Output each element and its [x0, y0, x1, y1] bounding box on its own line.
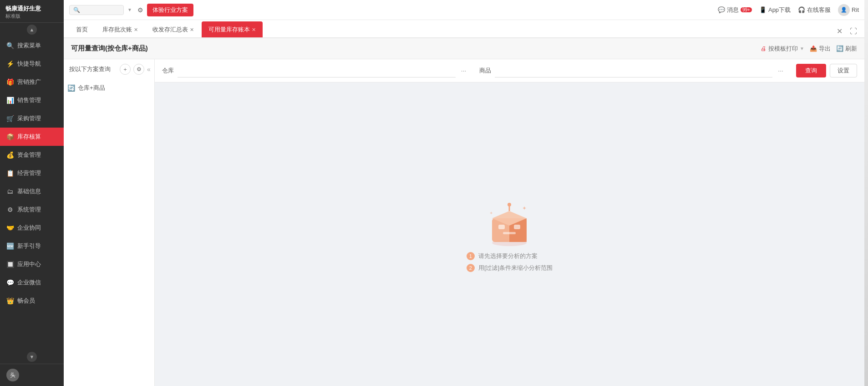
- filter-buttons: 查询 设置: [796, 64, 857, 77]
- search-icon: 🔍: [73, 7, 80, 13]
- tab-available-ledger[interactable]: 可用量库存账本 ✕: [202, 21, 263, 37]
- warehouse-label: 仓库: [162, 67, 174, 75]
- app-download-label: App下载: [768, 6, 791, 14]
- right-scrollbar[interactable]: [864, 0, 868, 386]
- sidebar-item-apps[interactable]: 🔲 应用中心: [0, 255, 64, 273]
- topbar: 🔍 ▼ ⚙ 体验行业方案 💬 消息 99+ 📱 App下载 🎧 在线客服: [64, 0, 864, 20]
- refresh-button[interactable]: 🔄 刷新: [836, 45, 857, 53]
- product-input[interactable]: [495, 64, 773, 77]
- export-label: 导出: [819, 45, 831, 53]
- query-button[interactable]: 查询: [796, 64, 826, 77]
- svg-rect-4: [498, 225, 505, 229]
- product-more-btn[interactable]: ···: [776, 67, 785, 74]
- expand-tab-button[interactable]: ⛶: [848, 26, 859, 37]
- sidebar: 畅康通好生意 标准版 ▲ 🔍 搜索菜单 ⚡ 快捷导航 🎁 营销推广 📊 销售管理: [0, 0, 64, 386]
- scroll-up-btn[interactable]: ▲: [27, 25, 37, 35]
- message-button[interactable]: 💬 消息 99+: [718, 6, 752, 14]
- tab-batch-ledger[interactable]: 库存批次账 ✕: [96, 21, 145, 37]
- sidebar-item-label: 畅会员: [17, 297, 35, 305]
- hint-num-2: 2: [467, 264, 475, 272]
- add-scheme-button[interactable]: ＋: [120, 64, 131, 75]
- sidebar-item-cooperation[interactable]: 🤝 企业协同: [0, 219, 64, 237]
- purchase-icon: 🛒: [6, 115, 14, 122]
- warehouse-input[interactable]: [178, 64, 456, 77]
- print-dropdown-icon[interactable]: ▼: [800, 46, 804, 51]
- export-button[interactable]: 📤 导出: [810, 45, 831, 53]
- hint-text-1: 请先选择要分析的方案: [478, 252, 538, 260]
- warehouse-more-btn[interactable]: ···: [459, 67, 468, 74]
- scheme-icon: 🔄: [67, 84, 75, 92]
- sidebar-item-label: 快捷导航: [17, 60, 41, 68]
- filter-fields-bar: 仓库 ··· 商品 ··· 查询 设置: [155, 59, 864, 82]
- content-area: ✦ ✦ 1 请先选择要分析的方案 2 用[过滤]条件来缩小分析范围: [155, 82, 864, 386]
- sidebar-scroll-up[interactable]: ▲: [0, 23, 64, 36]
- warehouse-filter-field: 仓库 ···: [162, 64, 468, 77]
- mobile-icon: 📱: [759, 6, 766, 13]
- message-badge: 99+: [741, 7, 752, 12]
- sidebar-item-quick-nav[interactable]: ⚡ 快捷导航: [0, 55, 64, 73]
- empty-state: ✦ ✦ 1 请先选择要分析的方案 2 用[过滤]条件来缩小分析范围: [467, 196, 553, 272]
- sidebar-item-label: 搜索菜单: [17, 41, 41, 50]
- sidebar-item-label: 销售管理: [17, 96, 41, 104]
- tab-receipt-summary-close[interactable]: ✕: [190, 27, 194, 33]
- tab-available-ledger-close[interactable]: ✕: [252, 27, 256, 33]
- user-name-display[interactable]: 👤 Rit: [838, 4, 859, 16]
- tabbar: 首页 库存批次账 ✕ 收发存汇总表 ✕ 可用量库存账本 ✕ ✕ ⛶: [64, 20, 864, 38]
- headset-icon: 🎧: [798, 6, 805, 13]
- tab-home[interactable]: 首页: [69, 21, 95, 37]
- sidebar-item-label: 企业协同: [17, 224, 41, 232]
- empty-illustration: ✦ ✦: [477, 196, 541, 247]
- sidebar-item-operations[interactable]: 📋 经营管理: [0, 164, 64, 182]
- app-download-button[interactable]: 📱 App下载: [759, 6, 791, 14]
- sidebar-item-inventory[interactable]: 📦 库存核算: [0, 128, 64, 146]
- sidebar-user[interactable]: 头: [0, 364, 64, 386]
- filter-scheme-item[interactable]: 🔄 仓库+商品: [64, 82, 154, 94]
- empty-hint-1: 1 请先选择要分析的方案: [467, 252, 553, 260]
- app-subtitle: 标准版: [5, 13, 58, 20]
- sidebar-item-search[interactable]: 🔍 搜索菜单: [0, 36, 64, 55]
- sidebar-nav: 🔍 搜索菜单 ⚡ 快捷导航 🎁 营销推广 📊 销售管理 🛒 采购管理 📦: [0, 36, 64, 350]
- hint-num-1: 1: [467, 252, 475, 260]
- tab-batch-ledger-close[interactable]: ✕: [134, 27, 138, 33]
- settings-button[interactable]: 设置: [830, 64, 857, 77]
- sidebar-item-finance[interactable]: 💰 资金管理: [0, 146, 64, 164]
- empty-icon-svg: ✦ ✦: [482, 201, 537, 247]
- topbar-search-box[interactable]: 🔍: [69, 5, 124, 15]
- sidebar-item-member[interactable]: 👑 畅会员: [0, 292, 64, 310]
- filter-actions: ＋ ⚙ «: [120, 64, 151, 75]
- sidebar-item-purchase[interactable]: 🛒 采购管理: [0, 109, 64, 128]
- guide-icon: 🆕: [6, 242, 14, 250]
- filter-scheme-panel: 按以下方案查询 ＋ ⚙ « 🔄 仓库+商品: [64, 59, 155, 386]
- tab-batch-ledger-label: 库存批次账: [102, 26, 132, 34]
- search-dropdown-icon[interactable]: ▼: [127, 7, 132, 12]
- hint-text-2: 用[过滤]条件来缩小分析范围: [478, 264, 553, 272]
- sidebar-item-sales[interactable]: 📊 销售管理: [0, 91, 64, 109]
- gear-icon[interactable]: ⚙: [137, 6, 143, 14]
- filter-label: 按以下方案查询: [69, 65, 111, 73]
- product-filter-field: 商品 ···: [479, 64, 786, 77]
- collapse-filter-button[interactable]: «: [147, 66, 151, 73]
- basic-icon: 🗂: [6, 188, 14, 195]
- tab-receipt-summary[interactable]: 收发存汇总表 ✕: [146, 21, 201, 37]
- scroll-down-btn[interactable]: ▼: [27, 352, 37, 362]
- sidebar-item-guide[interactable]: 🆕 新手引导: [0, 237, 64, 255]
- sidebar-item-marketing[interactable]: 🎁 营销推广: [0, 73, 64, 91]
- close-tab-button[interactable]: ✕: [835, 25, 844, 37]
- edit-scheme-button[interactable]: ⚙: [133, 64, 144, 75]
- online-service-button[interactable]: 🎧 在线客服: [798, 6, 831, 14]
- product-label: 商品: [479, 67, 491, 75]
- print-button[interactable]: 🖨 按模板打印 ▼: [761, 45, 804, 53]
- scheme-label: 仓库+商品: [78, 84, 105, 92]
- search-input[interactable]: [82, 7, 118, 13]
- industry-solution-button[interactable]: 体验行业方案: [147, 4, 193, 16]
- sidebar-item-wechat[interactable]: 💬 企业微信: [0, 273, 64, 292]
- apps-icon: 🔲: [6, 261, 14, 268]
- sidebar-item-system[interactable]: ⚙ 系统管理: [0, 201, 64, 219]
- sidebar-scroll-down[interactable]: ▼: [0, 350, 64, 364]
- app-title: 畅康通好生意: [5, 5, 58, 13]
- svg-text:✦: ✦: [522, 205, 527, 211]
- tabbar-actions: ✕ ⛶: [829, 25, 864, 37]
- operations-icon: 📋: [6, 170, 14, 177]
- page-title: 可用量查询(按仓库+商品): [71, 44, 761, 53]
- sidebar-item-basic[interactable]: 🗂 基础信息: [0, 182, 64, 201]
